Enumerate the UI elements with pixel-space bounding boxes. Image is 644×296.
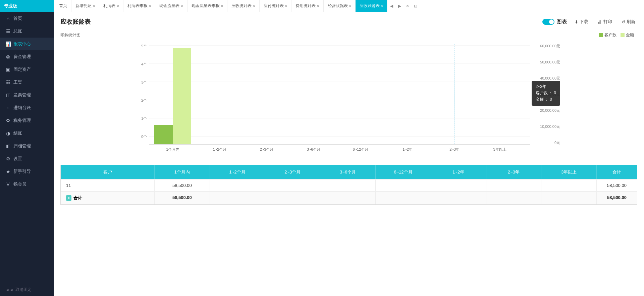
- svg-text:10,000.00元: 10,000.00元: [540, 125, 560, 129]
- close-tab-profit-quarter[interactable]: ×: [149, 4, 151, 8]
- settings-icon: ⚙: [5, 156, 11, 161]
- tab-new-voucher[interactable]: 新增凭证 ×: [71, 0, 99, 12]
- unpin-icon: ◄◄: [5, 288, 13, 292]
- close-tab-receivable-stats[interactable]: ×: [253, 4, 255, 8]
- tab-scroll-left[interactable]: ◀: [387, 2, 395, 10]
- svg-text:50,000.00元: 50,000.00元: [540, 60, 560, 64]
- sidebar-item-archive[interactable]: ◧ 归档管理: [0, 140, 54, 152]
- sidebar-item-reports[interactable]: 📊 报表中心: [0, 38, 54, 50]
- tax-icon: ✿: [5, 118, 11, 123]
- sidebar-item-tax[interactable]: ✿ 税务管理: [0, 114, 54, 127]
- sidebar-item-assets[interactable]: ▣ 固定资产: [0, 63, 54, 76]
- sidebar-item-funds[interactable]: ◎ 资金管理: [0, 50, 54, 63]
- sidebar-label-tax: 税务管理: [13, 117, 31, 124]
- tab-expense-stats[interactable]: 费用统计表 ×: [291, 0, 323, 12]
- tab-biz-status[interactable]: 经营状况表 ×: [324, 0, 356, 12]
- chart-svg-wrapper: 5个 4个 3个 2个 1个 0个 60,000.00元 50,000.00元 …: [60, 41, 637, 161]
- th-m1-2: 1~2个月: [210, 165, 265, 179]
- tab-cashflow[interactable]: 现金流量表 ×: [155, 0, 187, 12]
- total-label-text: 合计: [73, 195, 82, 201]
- tab-maximize[interactable]: ⊡: [412, 2, 420, 10]
- legend-amount: 金额: [621, 32, 634, 38]
- print-button[interactable]: 🖨 打印: [596, 17, 614, 26]
- download-icon: ⬇: [575, 19, 578, 24]
- close-tab-profit[interactable]: ×: [117, 4, 119, 8]
- svg-text:3~6个月: 3~6个月: [307, 147, 321, 151]
- td-y2-3-0: [486, 180, 542, 191]
- sidebar-label-invoice: 发票管理: [13, 92, 31, 98]
- tab-profit[interactable]: 利润表 ×: [99, 0, 123, 12]
- close-tab-new-voucher[interactable]: ×: [93, 4, 95, 8]
- tab-scroll-right[interactable]: ▶: [395, 2, 404, 10]
- toggle-track[interactable]: [542, 19, 554, 25]
- print-label: 打印: [603, 19, 612, 25]
- sidebar-item-salary[interactable]: ☷ 工资: [0, 76, 54, 89]
- tab-receivable-aging[interactable]: 应收账龄表 ×: [356, 0, 387, 12]
- td-customer-0: 11: [61, 180, 155, 191]
- sidebar-item-home[interactable]: ⌂ 首页: [0, 12, 54, 25]
- guide-icon: ★: [5, 169, 11, 174]
- chart-toggle[interactable]: 图表: [542, 18, 567, 26]
- bar-customer-0: [154, 125, 173, 144]
- header-actions: 图表 ⬇ 下载 🖨 打印 ↺ 刷新: [542, 17, 637, 26]
- tab-profit-quarter[interactable]: 利润表季报 ×: [123, 0, 155, 12]
- tab-payable-stats[interactable]: 应付统计表 ×: [260, 0, 291, 12]
- download-button[interactable]: ⬇ 下载: [573, 17, 590, 26]
- total-m6-12: [376, 192, 431, 204]
- ledger-icon: ☰: [5, 29, 11, 34]
- sidebar-item-guide[interactable]: ★ 新手引导: [0, 165, 54, 178]
- close-tab-receivable-aging[interactable]: ×: [381, 4, 383, 8]
- refresh-label: 刷新: [627, 19, 635, 25]
- close-tab-cashflow-quarter[interactable]: ×: [221, 4, 223, 8]
- th-m2-3: 2~3个月: [265, 165, 321, 179]
- refresh-button[interactable]: ↺ 刷新: [620, 17, 637, 26]
- home-icon: ⌂: [5, 16, 11, 21]
- close-tab-biz-status[interactable]: ×: [349, 4, 351, 8]
- th-y2-3: 2~3年: [486, 165, 542, 179]
- sidebar-item-settings[interactable]: ⚙ 设置: [0, 152, 54, 165]
- total-m1: 58,500.00: [155, 192, 210, 204]
- svg-text:5个: 5个: [141, 44, 147, 48]
- tab-receivable-stats[interactable]: 应收统计表 ×: [227, 0, 259, 12]
- tab-close-all[interactable]: ✕: [404, 2, 412, 10]
- sidebar: 专业版 ⌂ 首页 ☰ 总账 📊 报表中心 ◎ 资金管理 ▣ 固定资产 ☷ 工资 …: [0, 0, 54, 296]
- svg-text:6~12个月: 6~12个月: [353, 147, 369, 151]
- svg-text:2~3年: 2~3年: [449, 147, 460, 151]
- vip-icon: V: [5, 182, 11, 187]
- sidebar-label-reports: 报表中心: [13, 41, 31, 47]
- close-tab-cashflow[interactable]: ×: [181, 4, 183, 8]
- unpin-button[interactable]: ◄◄ 取消固定: [0, 284, 54, 296]
- tab-cashflow-quarter[interactable]: 现金流量表季报 ×: [187, 0, 227, 12]
- archive-icon: ◧: [5, 143, 11, 149]
- legend-customer-color: [599, 33, 603, 37]
- close-tab-expense-stats[interactable]: ×: [317, 4, 319, 8]
- tab-home[interactable]: 首页: [55, 0, 71, 12]
- sidebar-label-vip: 畅会员: [13, 181, 26, 187]
- legend-amount-color: [621, 33, 625, 37]
- td-m2-3-0: [265, 180, 321, 191]
- sales-icon: ↔: [5, 105, 11, 110]
- td-total-0: 58,500.00: [597, 180, 637, 191]
- sidebar-item-settle[interactable]: ◑ 结账: [0, 127, 54, 140]
- svg-text:1个: 1个: [141, 116, 147, 120]
- svg-text:30,000.00元: 30,000.00元: [540, 92, 560, 96]
- app-logo: 专业版: [0, 0, 54, 12]
- sidebar-label-archive: 归档管理: [13, 143, 31, 149]
- sidebar-label-sales: 进销台账: [13, 105, 31, 111]
- sidebar-item-invoice[interactable]: ◫ 发票管理: [0, 89, 54, 101]
- funds-icon: ◎: [5, 54, 11, 59]
- td-m1-0: 58,500.00: [155, 180, 210, 191]
- close-tab-payable-stats[interactable]: ×: [285, 4, 287, 8]
- td-y1-2-0: [431, 180, 486, 191]
- sidebar-item-ledger[interactable]: ☰ 总账: [0, 25, 54, 38]
- sidebar-item-vip[interactable]: V 畅会员: [0, 178, 54, 191]
- sidebar-item-sales[interactable]: ↔ 进销台账: [0, 101, 54, 114]
- sidebar-label-salary: 工资: [13, 79, 22, 85]
- table-row: 11 58,500.00 58,500.00: [61, 179, 637, 191]
- sidebar-label-settle: 结账: [13, 130, 22, 136]
- total-icon: ≡: [66, 195, 71, 201]
- table-header: 客户 1个月内 1~2个月 2~3个月 3~6个月 6~12个月 1~2年 2~…: [61, 165, 637, 179]
- th-m1: 1个月内: [155, 165, 210, 179]
- sidebar-label-guide: 新手引导: [13, 168, 31, 175]
- svg-text:2~3个月: 2~3个月: [260, 147, 274, 151]
